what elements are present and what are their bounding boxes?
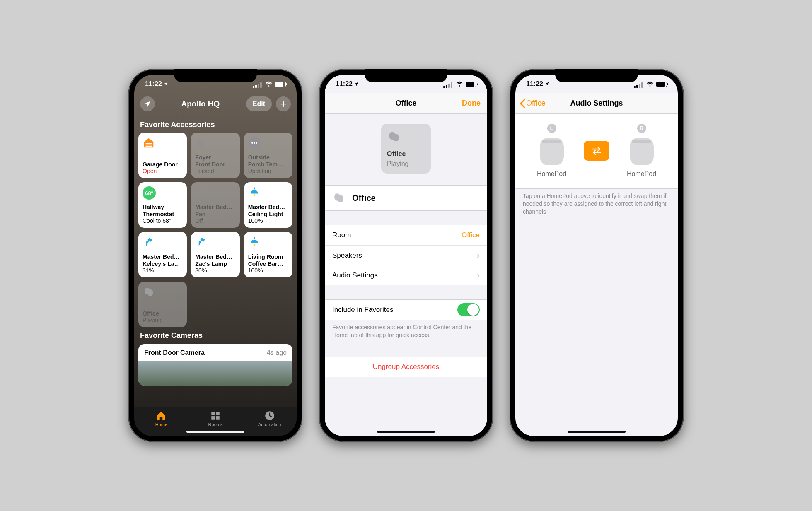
svg-rect-7 xyxy=(254,188,255,190)
favorite-tiles-grid: Garage DoorOpenFoyerFront DoorLockedOuts… xyxy=(138,133,292,327)
done-button[interactable]: Done xyxy=(462,99,481,108)
favorites-toggle[interactable] xyxy=(457,303,480,316)
accessory-tile[interactable]: 68°HallwayThermostatCool to 68° xyxy=(138,182,187,228)
notch xyxy=(174,69,257,82)
lock-icon xyxy=(195,137,208,149)
settings-body[interactable]: Office Playing Office Room Office Speake… xyxy=(325,114,487,436)
tile-name-2: Porch Tem… xyxy=(248,161,288,168)
back-label: Office xyxy=(526,99,546,108)
tile-name-2: Zac's Lamp xyxy=(195,260,235,268)
room-value: Office xyxy=(462,231,480,239)
notch xyxy=(555,69,638,82)
group-name-row[interactable]: Office xyxy=(325,186,487,210)
accessory-hero-tile[interactable]: Office Playing xyxy=(381,124,431,174)
accessory-tile[interactable]: FoyerFront DoorLocked xyxy=(191,133,239,178)
tile-name: Living Room xyxy=(248,253,288,260)
tile-status: Playing xyxy=(143,317,183,324)
svg-rect-9 xyxy=(254,237,255,239)
camera-thumbnail xyxy=(138,361,292,386)
accessory-tile[interactable]: Living RoomCoffee Bar…100% xyxy=(244,232,292,277)
audio-settings-row[interactable]: Audio Settings › xyxy=(325,265,487,285)
tile-name: Hallway xyxy=(143,204,183,211)
swap-channels-button[interactable] xyxy=(584,141,609,161)
battery-icon xyxy=(656,82,667,87)
tile-name-2: Fan xyxy=(195,211,235,218)
phone-frame-1: 11:22 Apollo HQ Edit Favorite Acces xyxy=(128,69,302,442)
homepod-pair-icon xyxy=(387,130,401,144)
stereo-pair-panel: L HomePod R HomePod xyxy=(515,114,678,189)
accessory-tile[interactable]: Master Bed…Zac's Lamp30% xyxy=(191,232,239,277)
svg-rect-12 xyxy=(211,412,215,415)
svg-rect-18 xyxy=(393,134,399,141)
speakers-row[interactable]: Speakers › xyxy=(325,245,487,265)
location-button[interactable] xyxy=(140,96,155,111)
wifi-icon xyxy=(265,80,273,88)
homepod-left[interactable]: L HomePod xyxy=(537,124,566,178)
home-indicator[interactable] xyxy=(568,431,626,433)
fan-icon xyxy=(195,186,208,199)
edit-button[interactable]: Edit xyxy=(246,96,272,111)
camera-card[interactable]: Front Door Camera 4s ago xyxy=(138,344,292,386)
svg-rect-13 xyxy=(216,412,220,415)
phone-frame-2: 11:22 Office Done Office Playing xyxy=(319,69,493,442)
accessory-tile[interactable]: Master Bed…Kelcey's La…31% xyxy=(138,232,187,277)
group-name: Office xyxy=(352,193,376,203)
tile-status: Off xyxy=(195,217,235,224)
svg-point-5 xyxy=(201,192,203,194)
home-indicator[interactable] xyxy=(186,431,244,433)
wifi-icon xyxy=(646,80,654,88)
location-icon xyxy=(163,82,168,87)
ungroup-row-group: Ungroup Accessories xyxy=(325,357,487,377)
right-channel-badge: R xyxy=(637,124,646,133)
tab-home[interactable]: Home xyxy=(134,410,188,427)
ungroup-label: Ungroup Accessories xyxy=(373,363,440,371)
left-channel-badge: L xyxy=(547,124,556,133)
accessory-tile[interactable]: Master Bed…FanOff xyxy=(191,182,239,228)
tile-status: 31% xyxy=(143,267,183,274)
home-icon xyxy=(156,410,167,421)
accessory-tile[interactable]: OutsidePorch Tem…Updating xyxy=(244,133,292,178)
svg-rect-0 xyxy=(199,142,204,147)
back-button[interactable]: Office xyxy=(520,99,546,108)
status-time: 11:22 xyxy=(526,80,543,88)
location-arrow-icon xyxy=(144,100,151,108)
accessory-tile[interactable]: OfficePlaying xyxy=(138,282,187,327)
tile-status: 100% xyxy=(248,267,288,274)
homepod-right[interactable]: R HomePod xyxy=(627,124,656,178)
include-favorites-row: Include in Favorites xyxy=(325,300,487,320)
tile-status: Updating xyxy=(248,168,288,175)
tab-rooms-label: Rooms xyxy=(208,422,223,427)
nav-bar: Office Done xyxy=(325,93,487,114)
svg-point-6 xyxy=(253,194,255,196)
ceiling-icon xyxy=(248,236,261,248)
tab-rooms[interactable]: Rooms xyxy=(188,410,243,427)
tile-status: Cool to 68° xyxy=(143,217,183,224)
garage-icon xyxy=(143,137,155,149)
tile-name: Master Bed… xyxy=(143,253,183,260)
svg-rect-14 xyxy=(211,416,215,420)
ungroup-button[interactable]: Ungroup Accessories xyxy=(325,357,487,377)
room-row[interactable]: Room Office xyxy=(325,225,487,245)
accessory-tile[interactable]: Garage DoorOpen xyxy=(138,133,187,178)
svg-point-4 xyxy=(256,142,257,144)
nav-title: Audio Settings xyxy=(570,99,623,108)
nav-title: Office xyxy=(395,99,416,108)
notch xyxy=(365,69,447,82)
tile-status: Open xyxy=(143,168,183,175)
svg-rect-20 xyxy=(338,195,343,202)
hero-status: Playing xyxy=(387,160,425,168)
location-icon xyxy=(544,82,549,87)
tab-automation[interactable]: Automation xyxy=(242,410,297,427)
nav-bar: Apollo HQ Edit xyxy=(134,93,297,115)
homepod-icon xyxy=(540,138,564,165)
nav-bar: Office Audio Settings xyxy=(515,93,678,114)
signal-icon xyxy=(634,80,644,88)
dots-icon xyxy=(248,137,261,149)
tile-name-2: Ceiling Light xyxy=(248,211,288,218)
ceiling-icon xyxy=(248,186,261,199)
tile-status: Locked xyxy=(195,168,235,175)
add-button[interactable] xyxy=(276,96,291,111)
home-indicator[interactable] xyxy=(377,431,435,433)
homepod-icon xyxy=(143,286,155,298)
accessory-tile[interactable]: Master Bed…Ceiling Light100% xyxy=(244,182,292,228)
